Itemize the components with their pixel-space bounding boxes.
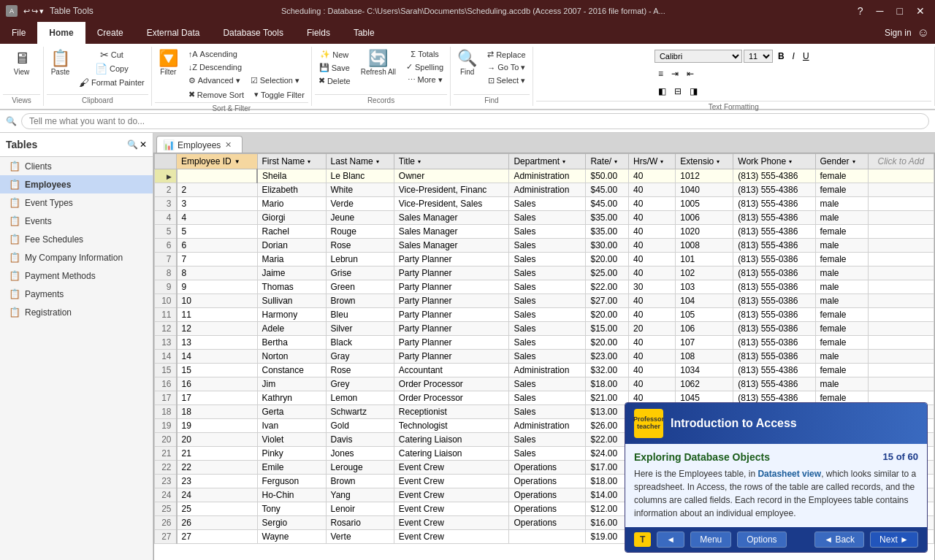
rate-cell[interactable]: $19.00 <box>586 530 629 544</box>
department-cell[interactable]: Sales <box>509 253 586 266</box>
tab-external-data[interactable]: External Data <box>135 22 212 44</box>
header-department[interactable]: Department▾ <box>509 154 586 169</box>
title-cell[interactable]: Vice-President, Financ <box>394 183 509 197</box>
title-cell[interactable]: Event Crew <box>394 488 509 502</box>
title-cell[interactable]: Party Planner <box>394 294 509 308</box>
department-cell[interactable]: Sales <box>509 391 586 405</box>
last-name-cell[interactable]: Silver <box>326 322 394 336</box>
first-name-cell[interactable]: Maria <box>257 253 326 266</box>
gender-cell[interactable]: female <box>815 336 868 350</box>
tab-file[interactable]: File <box>0 22 37 44</box>
table-row[interactable]: 1111HarmonyBleuParty PlannerSales$20.004… <box>155 308 934 322</box>
table-row[interactable]: 77MariaLebrunParty PlannerSales$20.00401… <box>155 253 934 266</box>
employee-id-cell[interactable]: 22 <box>177 461 258 475</box>
click-to-add-cell[interactable] <box>868 377 934 391</box>
view-button[interactable]: 🖥 View <box>9 48 35 78</box>
first-name-cell[interactable]: Adele <box>257 322 326 336</box>
title-cell[interactable]: Party Planner <box>394 253 509 266</box>
first-name-cell[interactable]: Emile <box>257 461 326 475</box>
cut-button[interactable]: ✂ Cut <box>75 48 148 61</box>
last-name-cell[interactable]: White <box>326 183 394 197</box>
employee-id-cell[interactable]: 23 <box>177 475 258 488</box>
rate-cell[interactable]: $50.00 <box>586 169 629 183</box>
title-cell[interactable]: Order Processor <box>394 377 509 391</box>
employee-id-cell[interactable]: 2 <box>177 183 258 197</box>
title-cell[interactable]: Party Planner <box>394 308 509 322</box>
rate-cell[interactable]: $30.00 <box>586 239 629 253</box>
title-cell[interactable]: Party Planner <box>394 266 509 280</box>
gender-cell[interactable]: female <box>815 183 868 197</box>
phone-cell[interactable]: (813) 555-0386 <box>733 350 815 364</box>
first-name-cell[interactable]: Tony <box>257 502 326 516</box>
first-name-cell[interactable]: Norton <box>257 350 326 364</box>
click-to-add-cell[interactable] <box>868 266 934 280</box>
title-cell[interactable]: Order Processor <box>394 391 509 405</box>
table-row[interactable]: 55RachelRougeSales ManagerSales$35.00401… <box>155 225 934 239</box>
rate-cell[interactable]: $13.00 <box>586 405 629 419</box>
employee-id-cell[interactable]: 7 <box>177 253 258 266</box>
header-rate[interactable]: Rate/▾ <box>586 154 629 169</box>
last-name-cell[interactable]: Jones <box>326 447 394 461</box>
hrs-cell[interactable]: 40 <box>629 239 676 253</box>
rate-cell[interactable]: $32.00 <box>586 364 629 377</box>
phone-cell[interactable]: (813) 555-0386 <box>733 266 815 280</box>
click-to-add-cell[interactable] <box>868 350 934 364</box>
rate-cell[interactable]: $18.00 <box>586 475 629 488</box>
click-to-add-cell[interactable] <box>868 183 934 197</box>
header-work-phone[interactable]: Work Phone▾ <box>733 154 815 169</box>
rate-cell[interactable]: $45.00 <box>586 183 629 197</box>
ascending-button[interactable]: ↑A Ascending <box>185 48 241 60</box>
title-cell[interactable]: Party Planner <box>394 280 509 294</box>
ext-cell[interactable]: 1034 <box>676 364 733 377</box>
align-right-button[interactable]: ◨ <box>686 85 701 98</box>
rate-cell[interactable]: $17.00 <box>586 461 629 475</box>
department-cell[interactable]: Sales <box>509 225 586 239</box>
table-row[interactable]: 1616JimGreyOrder ProcessorSales$18.00401… <box>155 377 934 391</box>
last-name-cell[interactable]: Verte <box>326 530 394 544</box>
tooltip-options-button[interactable]: Options <box>737 532 786 548</box>
title-cell[interactable]: Event Crew <box>394 516 509 530</box>
first-name-cell[interactable]: Wayne <box>257 530 326 544</box>
department-cell[interactable]: Sales <box>509 447 586 461</box>
spelling-button[interactable]: ✓ Spelling <box>402 61 447 73</box>
table-row[interactable]: 88JaimeGriseParty PlannerSales$25.004010… <box>155 266 934 280</box>
title-cell[interactable]: Technologist <box>394 419 509 433</box>
department-cell[interactable]: Operations <box>509 488 586 502</box>
hrs-cell[interactable]: 40 <box>629 377 676 391</box>
rate-cell[interactable]: $26.00 <box>586 419 629 433</box>
phone-cell[interactable]: (813) 555-4386 <box>733 183 815 197</box>
department-cell[interactable]: Administration <box>509 364 586 377</box>
hrs-cell[interactable]: 40 <box>629 336 676 350</box>
rate-cell[interactable]: $15.00 <box>586 322 629 336</box>
hrs-cell[interactable]: 20 <box>629 322 676 336</box>
last-name-cell[interactable]: Grise <box>326 266 394 280</box>
header-click-to-add[interactable]: Click to Add <box>868 154 934 169</box>
tab-create[interactable]: Create <box>85 22 135 44</box>
hrs-cell[interactable]: 40 <box>629 183 676 197</box>
ext-cell[interactable]: 104 <box>676 294 733 308</box>
header-title[interactable]: Title▾ <box>394 154 509 169</box>
employee-id-cell[interactable]: 21 <box>177 447 258 461</box>
last-name-cell[interactable]: Yang <box>326 488 394 502</box>
title-cell[interactable]: Sales Manager <box>394 239 509 253</box>
title-cell[interactable]: Catering Liaison <box>394 447 509 461</box>
tab-close-button[interactable]: ✕ <box>224 140 233 150</box>
last-name-cell[interactable]: Davis <box>326 433 394 447</box>
employee-id-cell[interactable]: 9 <box>177 280 258 294</box>
first-name-cell[interactable]: Ivan <box>257 419 326 433</box>
sidebar-item-events[interactable]: 📋Events <box>0 212 153 230</box>
ext-cell[interactable]: 101 <box>676 253 733 266</box>
rate-cell[interactable]: $35.00 <box>586 211 629 225</box>
title-cell[interactable]: Receptionist <box>394 405 509 419</box>
save-button[interactable]: 💾 Save <box>315 61 354 74</box>
department-cell[interactable]: Operations <box>509 516 586 530</box>
last-name-cell[interactable]: Jeune <box>326 211 394 225</box>
last-name-cell[interactable]: Green <box>326 280 394 294</box>
first-name-cell[interactable]: Rachel <box>257 225 326 239</box>
employee-id-cell[interactable]: 27 <box>177 530 258 544</box>
department-cell[interactable]: Administration <box>509 169 586 183</box>
last-name-cell[interactable]: Rosario <box>326 516 394 530</box>
gender-cell[interactable]: male <box>815 350 868 364</box>
phone-cell[interactable]: (813) 555-4386 <box>733 169 815 183</box>
tell-me-input[interactable] <box>21 113 929 129</box>
